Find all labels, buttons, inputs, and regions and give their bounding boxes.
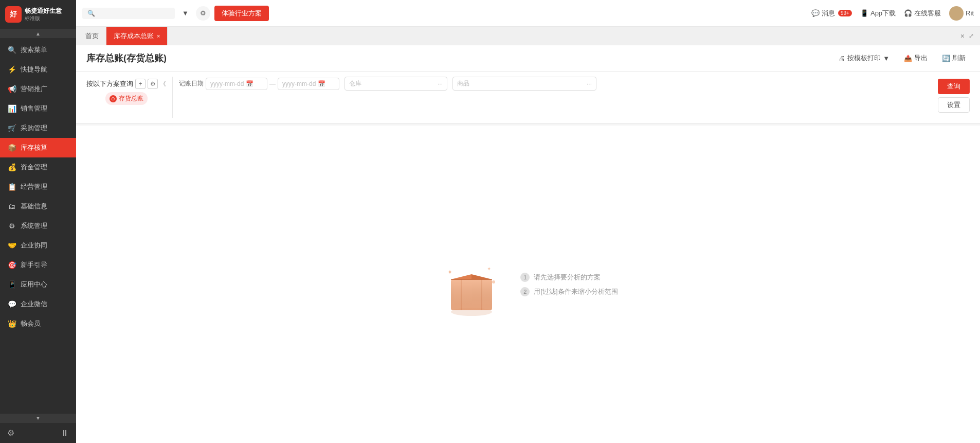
export-label: 导出 [914, 54, 928, 63]
scroll-down-btn[interactable]: ▼ [0, 414, 76, 422]
sidebar-item-inventory[interactable]: 📦 库存核算 [0, 138, 76, 157]
logo-subtitle: 标准版 [25, 15, 62, 22]
svg-rect-4 [451, 279, 492, 310]
print-template-btn[interactable]: 🖨 按模板打印 ▼ [834, 51, 894, 65]
sidebar-item-operation[interactable]: 📋 经营管理 [0, 177, 76, 197]
online-support-label: 在线客服 [914, 9, 941, 18]
filter-add-btn[interactable]: + [135, 79, 146, 89]
tabs-resize-btn[interactable]: ⤢ [969, 32, 974, 40]
search-dropdown[interactable]: ▼ [179, 7, 192, 19]
date-start-input[interactable]: yyyy-mm-dd 📅 [206, 78, 267, 90]
sidebar-footer: ⚙ ⏸ [0, 422, 76, 443]
user-avatar-area[interactable]: Rit [949, 6, 974, 21]
sidebar-item-appstore[interactable]: 📱 应用中心 [0, 275, 76, 294]
logo-title: 畅捷通好生意 [25, 7, 62, 15]
sidebar-item-inventory-label: 库存核算 [21, 143, 47, 152]
online-support-btn[interactable]: 🎧 在线客服 [904, 9, 941, 18]
sidebar-item-shortcut-label: 快捷导航 [21, 65, 47, 74]
purchase-icon: 🛒 [7, 123, 16, 133]
tab-home[interactable]: 首页 [78, 27, 106, 45]
calendar-end-icon: 📅 [318, 80, 325, 87]
product-select[interactable]: 商品 ··· [452, 77, 596, 91]
date-end-placeholder: yyyy-mm-dd [282, 80, 316, 87]
sidebar-item-guide-label: 新手引导 [21, 260, 47, 270]
topbar: 🔍 ▼ ⚙ 体验行业方案 💬 消息 99+ 📱 App下载 🎧 在线客服 [76, 0, 980, 27]
tabs-close-all-btn[interactable]: × [960, 32, 965, 40]
date-end-input[interactable]: yyyy-mm-dd 📅 [278, 78, 339, 90]
avatar [949, 6, 964, 21]
phone-icon: 📱 [860, 9, 868, 17]
page-header-actions: 🖨 按模板打印 ▼ 📤 导出 🔄 刷新 [834, 51, 970, 65]
sidebar-item-purchase[interactable]: 🛒 采购管理 [0, 118, 76, 138]
sidebar-item-sales[interactable]: 📊 销售管理 [0, 99, 76, 118]
message-label: 消息 [822, 9, 835, 18]
export-icon: 📤 [904, 55, 912, 62]
sidebar-item-finance[interactable]: 💰 资金管理 [0, 157, 76, 177]
collapse-footer-icon[interactable]: ⏸ [61, 429, 69, 438]
svg-marker-3 [471, 274, 492, 279]
warehouse-label: 仓库 [349, 79, 361, 88]
gear-icon: ⚙ [200, 9, 206, 17]
sidebar-item-finance-label: 资金管理 [21, 163, 47, 172]
trial-industry-btn[interactable]: 体验行业方案 [214, 6, 269, 21]
warehouse-filter-group: 仓库 ··· [344, 77, 447, 91]
warehouse-select[interactable]: 仓库 ··· [344, 77, 447, 91]
shortcut-icon: ⚡ [7, 65, 16, 74]
product-filter-group: 商品 ··· [452, 77, 596, 91]
search-bar[interactable]: 🔍 [82, 8, 175, 19]
system-icon: ⚙ [7, 221, 16, 231]
sidebar-item-marketing[interactable]: 📢 营销推广 [0, 79, 76, 99]
filter-fields: 记账日期 yyyy-mm-dd 📅 — yyyy-mm-dd 📅 仓库 [179, 77, 932, 91]
message-badge: 99+ [838, 10, 852, 16]
filter-collapse-btn[interactable]: 《 [160, 80, 166, 88]
empty-hint-2: 2 用[过滤]条件来缩小分析范围 [520, 287, 618, 296]
sidebar-item-vip[interactable]: 👑 畅会员 [0, 314, 76, 333]
inventory-icon: 📦 [7, 143, 16, 152]
sidebar-item-cooperation[interactable]: 🤝 企业协同 [0, 236, 76, 255]
empty-hint-1: 1 请先选择要分析的方案 [520, 273, 618, 282]
sidebar-item-search-label: 搜索菜单 [21, 45, 47, 55]
logo-area: 好 畅捷通好生意 标准版 [0, 0, 76, 29]
cooperation-icon: 🤝 [7, 241, 16, 250]
svg-marker-2 [451, 274, 471, 279]
query-button[interactable]: 查询 [938, 79, 970, 94]
logo-text: 畅捷通好生意 标准版 [25, 7, 62, 23]
empty-hint-2-text: 用[过滤]条件来缩小分析范围 [534, 287, 618, 296]
user-name: Rit [966, 9, 974, 17]
filter-setting-btn[interactable]: ⚙ [148, 79, 158, 89]
tab-close-icon[interactable]: × [157, 33, 160, 39]
app-download-label: App下载 [870, 9, 896, 18]
sidebar-item-purchase-label: 采购管理 [21, 123, 47, 133]
sidebar-item-search[interactable]: 🔍 搜索菜单 [0, 40, 76, 60]
sidebar-item-appstore-label: 应用中心 [21, 280, 47, 289]
basic-icon: 🗂 [7, 202, 16, 211]
topbar-gear-btn[interactable]: ⚙ [196, 6, 210, 21]
app-download-btn[interactable]: 📱 App下载 [860, 9, 896, 18]
export-btn[interactable]: 📤 导出 [900, 51, 932, 65]
refresh-btn[interactable]: 🔄 刷新 [938, 51, 970, 65]
settings-footer-icon[interactable]: ⚙ [7, 428, 14, 438]
scroll-up-btn[interactable]: ▲ [0, 29, 76, 38]
page-header: 库存总账(存货总账) 🖨 按模板打印 ▼ 📤 导出 🔄 刷新 [76, 45, 980, 72]
sidebar-item-system[interactable]: ⚙ 系统管理 [0, 216, 76, 236]
sidebar-item-basic[interactable]: 🗂 基础信息 [0, 197, 76, 216]
date-separator: — [269, 80, 276, 87]
tab-home-label: 首页 [85, 31, 99, 41]
filter-scheme-item[interactable]: ⊙ 存货总账 [105, 92, 148, 105]
sidebar-item-basic-label: 基础信息 [21, 202, 47, 211]
date-label: 记账日期 [179, 79, 204, 88]
search-icon: 🔍 [7, 45, 16, 55]
empty-state: ✦ ✦ 1 请先选择要分析的方案 [76, 126, 980, 443]
filter-area: 按以下方案查询 + ⚙ 《 ⊙ 存货总账 记账日期 yyyy-mm-dd 📅 [76, 72, 980, 123]
setting-button[interactable]: 设置 [938, 97, 970, 113]
tabs-right-controls: × ⤢ [960, 32, 978, 40]
empty-state-content: ✦ ✦ 1 请先选择要分析的方案 [438, 251, 618, 318]
sidebar: 好 畅捷通好生意 标准版 ▲ 🔍 搜索菜单 ⚡ 快捷导航 📢 营销推广 📊 销售… [0, 0, 76, 443]
sidebar-item-shortcut[interactable]: ⚡ 快捷导航 [0, 60, 76, 79]
sidebar-item-guide[interactable]: 🎯 新手引导 [0, 255, 76, 275]
sidebar-item-wechat[interactable]: 💬 企业微信 [0, 294, 76, 314]
logo-icon: 好 [5, 6, 22, 23]
empty-text-area: 1 请先选择要分析的方案 2 用[过滤]条件来缩小分析范围 [520, 273, 618, 296]
message-btn[interactable]: 💬 消息 99+ [811, 9, 852, 18]
tab-inventory-ledger[interactable]: 库存成本总账 × [106, 27, 168, 45]
